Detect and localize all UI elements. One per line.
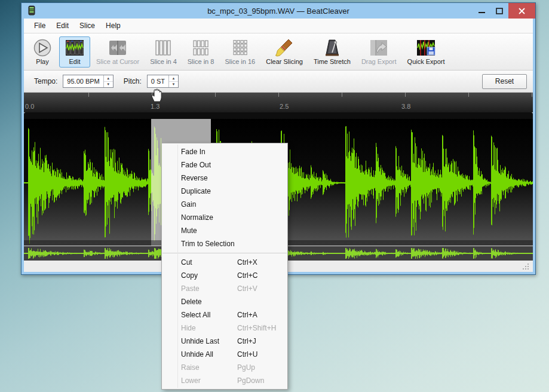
- maximize-icon: [496, 8, 503, 14]
- menubar-item-file[interactable]: File: [29, 20, 51, 32]
- minimize-icon: [479, 8, 485, 14]
- context-menu-item-cut[interactable]: CutCtrl+X: [162, 256, 287, 269]
- ruler-tick: [405, 93, 406, 97]
- menubar-item-help[interactable]: Help: [100, 20, 126, 32]
- context-menu-item-delete[interactable]: Delete: [162, 295, 287, 308]
- drag-export-button: Drag Export: [357, 36, 401, 68]
- toolbar-button-label: Time Stretch: [314, 58, 351, 65]
- menu-item-label: Select All: [181, 311, 210, 319]
- menu-item-label: Normalize: [181, 213, 213, 222]
- context-menu-item-fade-in[interactable]: Fade In: [162, 145, 287, 158]
- context-menu-item-hide: HideCtrl+Shift+H: [162, 321, 287, 335]
- edit-button[interactable]: Edit: [59, 36, 90, 68]
- minimize-button[interactable]: [473, 3, 490, 19]
- pitch-spinbox[interactable]: 0 ST ▲▼: [147, 75, 179, 88]
- menu-item-label: Lower: [181, 376, 201, 385]
- reset-button[interactable]: Reset: [482, 74, 527, 89]
- close-button[interactable]: [508, 3, 535, 19]
- menu-separator: [162, 253, 287, 253]
- context-menu-item-normalize[interactable]: Normalize: [162, 211, 287, 224]
- pitch-label: Pitch:: [124, 77, 142, 85]
- menu-item-shortcut: Ctrl+V: [237, 284, 257, 293]
- hand-cursor-icon: [149, 88, 162, 103]
- menu-item-shortcut: PgUp: [237, 363, 255, 372]
- context-menu-item-unhide-last[interactable]: Unhide LastCtrl+J: [162, 335, 287, 348]
- toolbar-button-label: Drag Export: [361, 58, 397, 65]
- quick-export-icon: [415, 38, 437, 57]
- ruler-label: 1.3: [151, 103, 160, 110]
- context-menu-item-reverse[interactable]: Reverse: [162, 172, 287, 185]
- context-menu-item-copy[interactable]: CopyCtrl+C: [162, 269, 287, 282]
- slice-marker-bar: [24, 112, 533, 119]
- menu-item-label: Unhide All: [181, 350, 213, 359]
- context-menu: Fade InFade OutReverseDuplicateGainNorma…: [161, 143, 288, 390]
- clear-slicing-button[interactable]: Clear Slicing: [261, 36, 308, 68]
- window-title: bc_mpc_03_95bpm.WAV — BeatCleaver: [22, 7, 535, 16]
- resize-grip-icon[interactable]: [523, 264, 530, 271]
- menu-item-label: Cut: [181, 258, 192, 267]
- menu-item-shortcut: Ctrl+J: [237, 337, 256, 345]
- context-menu-item-trim-to-selection[interactable]: Trim to Selection: [162, 237, 287, 250]
- context-menu-item-paste: PasteCtrl+V: [162, 282, 287, 295]
- menu-item-label: Duplicate: [181, 187, 211, 195]
- slice-in-4-button[interactable]: Slice in 4: [145, 36, 182, 68]
- tempo-value: 95.00 BPM: [63, 75, 103, 87]
- menu-item-shortcut: Ctrl+C: [237, 271, 257, 280]
- menu-item-label: Reverse: [181, 174, 208, 182]
- context-menu-item-mute[interactable]: Mute: [162, 224, 287, 237]
- menubar-item-edit[interactable]: Edit: [51, 20, 74, 32]
- ruler-label: 3.8: [401, 103, 410, 110]
- menu-item-label: Gain: [181, 200, 196, 209]
- menu-item-label: Paste: [181, 284, 200, 293]
- ruler-tick: [342, 93, 342, 97]
- menu-item-label: Copy: [181, 271, 198, 280]
- slice-in-8-icon: [190, 38, 211, 57]
- time-stretch-button[interactable]: Time Stretch: [309, 36, 355, 68]
- pitch-spinner-arrows[interactable]: ▲▼: [168, 75, 178, 87]
- ruler-tick: [278, 93, 279, 97]
- menu-item-label: Delete: [181, 298, 202, 306]
- slice-in-8-button[interactable]: Slice in 8: [183, 36, 219, 68]
- menu-item-shortcut: Ctrl+X: [237, 258, 257, 267]
- ruler-tick: [532, 93, 532, 97]
- context-menu-item-gain[interactable]: Gain: [162, 198, 287, 211]
- quick-export-button[interactable]: Quick Export: [403, 36, 450, 68]
- play-button[interactable]: Play: [27, 36, 58, 68]
- toolbar-button-label: Slice in 4: [150, 58, 177, 65]
- context-menu-item-unhide-all[interactable]: Unhide AllCtrl+U: [162, 348, 287, 361]
- ruler-tick: [88, 93, 89, 97]
- toolbar-button-label: Slice in 16: [225, 58, 255, 65]
- context-menu-item-duplicate[interactable]: Duplicate: [162, 185, 287, 198]
- tempo-spinbox[interactable]: 95.00 BPM ▲▼: [63, 75, 113, 88]
- title-bar[interactable]: bc_mpc_03_95bpm.WAV — BeatCleaver: [22, 3, 535, 19]
- menu-bar: FileEditSliceHelp: [24, 19, 533, 33]
- context-menu-item-select-all[interactable]: Select AllCtrl+A: [162, 308, 287, 321]
- edit-icon: [64, 38, 85, 57]
- menu-item-label: Unhide Last: [181, 337, 219, 345]
- menu-item-label: Raise: [181, 363, 200, 372]
- menu-item-label: Fade In: [181, 148, 206, 156]
- tempo-label: Tempo:: [34, 77, 57, 85]
- context-menu-item-lower: LowerPgDown: [162, 374, 287, 387]
- ruler-tick: [468, 93, 469, 97]
- menu-item-shortcut: Ctrl+A: [237, 311, 257, 319]
- ruler-label: 2.5: [280, 103, 289, 110]
- maximize-button[interactable]: [490, 3, 508, 19]
- context-menu-item-fade-out[interactable]: Fade Out: [162, 158, 287, 172]
- slice-in-16-button[interactable]: Slice in 16: [220, 36, 260, 68]
- desktop: { "window": { "title": "bc_mpc_03_95bpm.…: [0, 0, 549, 392]
- tempo-spinner-arrows[interactable]: ▲▼: [103, 75, 113, 87]
- menu-item-label: Mute: [181, 226, 197, 235]
- menu-item-label: Fade Out: [181, 161, 211, 169]
- toolbar-button-label: Play: [36, 58, 48, 65]
- ruler-label: 0.0: [25, 103, 34, 110]
- timeline-ruler[interactable]: 0.01.32.53.8: [24, 93, 533, 112]
- menu-item-shortcut: PgDown: [237, 376, 264, 385]
- context-menu-item-raise: RaisePgUp: [162, 361, 287, 374]
- toolbar-button-label: Edit: [69, 58, 81, 65]
- clear-slicing-icon: [274, 38, 295, 57]
- ruler-tick: [215, 93, 216, 97]
- menubar-item-slice[interactable]: Slice: [74, 20, 100, 32]
- slice-in-16-icon: [229, 38, 251, 57]
- menu-item-shortcut: Ctrl+U: [237, 350, 257, 359]
